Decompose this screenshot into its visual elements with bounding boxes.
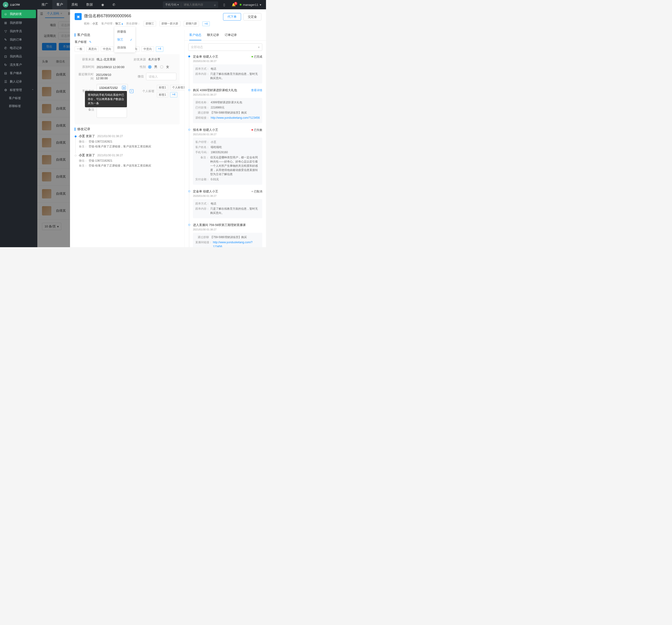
chevron-down-icon: ▾ xyxy=(260,3,261,6)
group-chip[interactable]: 群聊三 xyxy=(144,21,156,26)
radio-female[interactable] xyxy=(160,65,163,69)
tag-chip[interactable]: 高意向 xyxy=(86,46,99,52)
top-nav: 推广 客户 质检 数据 ◉ ✆ xyxy=(37,0,119,9)
status-badge: 已完成 xyxy=(251,55,262,59)
phone-add-icon[interactable]: + xyxy=(130,89,134,93)
phone-check-icon[interactable]: ⊞ xyxy=(122,86,126,90)
timeline-dot xyxy=(188,129,190,131)
timeline-card: 客户经理：小王客户姓名：唔吃唔吃手机号码：19833528160备注：但无论是哪… xyxy=(193,138,262,185)
group-chip[interactable]: 群聊六群 xyxy=(184,21,199,26)
tag-chip[interactable]: 中意向 xyxy=(141,46,154,52)
badge: 5 xyxy=(234,2,237,5)
customer-icon: ▣ xyxy=(75,13,82,20)
nav-customer[interactable]: 客户 xyxy=(52,0,67,9)
edit-tags-icon[interactable]: ✎ xyxy=(89,40,92,44)
right-tabs: 客户动态 聊天记录 订单记录 xyxy=(185,30,266,41)
sidebar-item-students[interactable]: ▽我的学员 xyxy=(0,27,37,35)
sidebar-item-friends[interactable]: ☺我的好友 xyxy=(1,10,36,18)
wechat-input[interactable] xyxy=(146,73,176,80)
sidebar-item-calls[interactable]: ✆电话记录 xyxy=(0,44,37,52)
log-dot xyxy=(75,155,76,156)
smile-icon: ☺ xyxy=(4,12,7,16)
status-dot xyxy=(240,4,241,6)
tag-chip[interactable]: 一般 xyxy=(75,46,85,52)
timeline-card: 课程名称：4399理财课进阶课大礼包已付款项：2218989元通过群聊【759-… xyxy=(193,98,262,123)
activity-filter[interactable]: 全部动态▾ xyxy=(188,43,262,51)
logo-icon: ☁ xyxy=(3,2,8,7)
nav-data[interactable]: 数据 xyxy=(82,0,97,9)
tag-chip-more[interactable]: +4 xyxy=(156,46,163,52)
nav-promo[interactable]: 推广 xyxy=(37,0,52,9)
topbar: ☁ 云朵CRM 推广 客户 质检 数据 ◉ ✆ 手机号码▾ ⌕ ▯ 🔔5 man… xyxy=(0,0,266,9)
nav-phone-icon[interactable]: ✆ xyxy=(108,0,119,9)
order-button[interactable]: 代下单 xyxy=(223,13,241,21)
check-icon: ✓ xyxy=(130,38,133,42)
search-type-select[interactable]: 手机号码▾ xyxy=(163,3,181,7)
tag-chip[interactable]: 中意向 xyxy=(101,46,113,52)
dropdown-option[interactable]: 师馨薇 xyxy=(114,28,135,36)
mobile-icon[interactable]: ▯ xyxy=(221,3,227,6)
tag-label: 客户标签 xyxy=(75,40,87,44)
sidebar-item-goods[interactable]: ⊡我的商品 xyxy=(0,52,37,60)
radio-male[interactable] xyxy=(148,65,151,69)
timeline-card: 通过群聊【759-59班理财训练营】购买直播间链接：http://www.yun… xyxy=(193,233,262,247)
dropdown-option[interactable]: 张三✓ xyxy=(114,36,135,44)
group-chip[interactable]: 群聊一群大群 xyxy=(159,21,181,26)
sidebar-item-delete[interactable]: ☰删人记录 xyxy=(0,77,37,86)
chevron-up-icon: ▴ xyxy=(122,22,123,25)
ptag-chip[interactable]: 标签1 xyxy=(157,85,168,90)
search: 手机号码▾ ⌕ xyxy=(163,1,218,8)
sidebar-item-orders[interactable]: ✎我的订单 xyxy=(0,35,37,44)
sidebar: ☺我的好友 ⊞我的群聊 ▽我的学员 ✎我的订单 ✆电话记录 ⊡我的商品 ↻流失客… xyxy=(0,9,37,247)
timeline: 定金单 创建人小王已完成2020/01/30 01:38:27跟单方式：电话跟单… xyxy=(185,51,266,247)
chevron-down-icon: ▾ xyxy=(258,46,260,49)
ptag-chip[interactable]: 个人标签12 xyxy=(170,85,184,90)
sidebar-item-groups[interactable]: ⊞我的群聊 xyxy=(0,19,37,27)
search-input[interactable] xyxy=(181,3,212,6)
logo-brand: 云朵CRM xyxy=(10,3,20,6)
group-chip-more[interactable]: +4 xyxy=(202,22,210,26)
sidebar-sub-customer-tags[interactable]: 客户标签 xyxy=(0,94,37,102)
deposit-button[interactable]: 交定金 xyxy=(243,13,261,21)
sidebar-item-inherit[interactable]: ⊟客户继承 xyxy=(0,69,37,77)
phone-input-wrap: ⊞ xyxy=(97,84,128,92)
view-detail-link[interactable]: 查看详情 xyxy=(251,89,262,92)
customer-title: 微信名称6789990000966 xyxy=(84,13,210,19)
chevron-down-icon: ▾ xyxy=(177,3,179,6)
search-icon[interactable]: ⌕ xyxy=(212,3,218,6)
customer-drawer: ▣ 微信名称6789990000966 昵称：小王 客户经理：张三 ▴ 师馨薇 … xyxy=(70,9,266,247)
nav-user-icon[interactable]: ◉ xyxy=(97,0,108,9)
status-badge: 已取消 xyxy=(251,190,262,194)
timeline-card: 跟单方式：电话跟单内容：只是了解在线教育方面的信息，暂时无购买意向。 xyxy=(193,65,262,83)
logo[interactable]: ☁ 云朵CRM xyxy=(0,2,37,7)
timeline-dot xyxy=(188,224,190,226)
sidebar-sub-group-tags[interactable]: 群聊标签 xyxy=(0,102,37,110)
section-modify-log: 修改记录 xyxy=(75,127,180,131)
rtab-orders[interactable]: 订单记录 xyxy=(225,30,237,40)
sidebar-item-tags[interactable]: ⚙标签管理⌃ xyxy=(0,86,37,94)
bell-icon[interactable]: 🔔5 xyxy=(230,3,237,6)
user-menu[interactable]: manager11 ▾ xyxy=(240,3,261,6)
status-badge: 已失败 xyxy=(251,128,262,132)
log-dot xyxy=(75,135,76,138)
phone-tooltip: 查询到此手机号码在系统中已存在，可以将两条客户数据合并为一条 xyxy=(85,91,127,107)
sidebar-item-lost[interactable]: ↻流失客户 xyxy=(0,60,37,69)
manager-dropdown: 师馨薇 张三✓ 俱保咏 xyxy=(114,27,135,52)
timeline-dot xyxy=(188,190,190,192)
rtab-chat[interactable]: 聊天记录 xyxy=(207,30,219,40)
dropdown-option[interactable]: 俱保咏 xyxy=(114,44,135,52)
ptag-chip-more[interactable]: +4 xyxy=(170,92,177,98)
timeline-dot xyxy=(188,89,190,91)
ptag-chip[interactable]: 标签1 xyxy=(157,92,168,98)
phone-input[interactable] xyxy=(97,86,120,90)
rtab-activity[interactable]: 客户动态 xyxy=(189,30,201,40)
timeline-card: 跟单方式：电话跟单内容：只是了解在线教育方面的信息，暂时无购买意向。 xyxy=(193,199,262,218)
timeline-dot xyxy=(188,55,190,57)
nav-qc[interactable]: 质检 xyxy=(67,0,82,9)
chevron-up-icon: ⌃ xyxy=(32,89,33,92)
manager-select[interactable]: 张三 ▴ xyxy=(115,22,123,25)
